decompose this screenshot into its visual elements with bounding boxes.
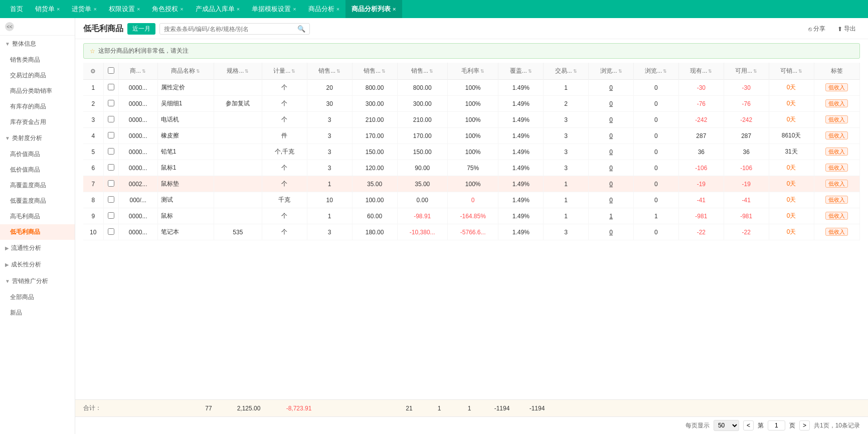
row-browse1[interactable]: 0 [589,160,634,176]
row-browse1[interactable]: 0 [589,224,634,240]
sidebar-item-inventory-capital[interactable]: 库存资金占用 [0,114,75,130]
col-gross-margin[interactable]: 毛利率⇅ [447,63,498,80]
col-sales-amount[interactable]: 销售...⇅ [352,63,397,80]
sidebar-item-low-coverage[interactable]: 低覆盖度商品 [0,193,75,209]
row-browse1[interactable]: 0 [589,96,634,112]
table-row: 9 0000... 鼠标 个 1 60.00 -98.91 -164.85% 1… [83,208,860,224]
row-browse1[interactable]: 1 [589,208,634,224]
close-icon[interactable]: × [93,6,96,12]
col-sellable[interactable]: 可销...⇅ [769,63,814,80]
sidebar-group-dimension-analysis[interactable]: ▼ 类射度分析 [0,130,75,147]
date-filter-button[interactable]: 近一月 [127,23,155,35]
sidebar-item-all-goods[interactable]: 全部商品 [0,290,75,305]
col-unit[interactable]: 计量...⇅ [262,63,307,80]
nav-sales-order[interactable]: 销货单 × [29,0,66,18]
row-sales-qty: 1 [307,208,352,224]
nav-role-auth[interactable]: 角色授权 × [146,0,189,18]
col-current-stock[interactable]: 现有...⇅ [678,63,724,80]
row-gross-margin: -164.85% [447,208,498,224]
close-icon[interactable]: × [393,6,396,12]
sidebar-group-liquidity[interactable]: ▶ 流通性分析 [0,240,75,256]
row-name[interactable]: 笔记本 [157,224,214,240]
export-button[interactable]: ⬆ 导出 [833,23,860,35]
col-browse1[interactable]: 浏览...⇅ [589,63,634,80]
row-name[interactable]: 鼠标1 [157,160,214,176]
row-checkbox[interactable] [103,160,118,176]
sidebar-group-overall[interactable]: ▼ 整体信息 [0,36,75,52]
row-unit: 个 [262,96,307,112]
close-icon[interactable]: × [137,6,140,12]
row-name[interactable]: 电话机 [157,112,214,128]
close-icon[interactable]: × [237,6,240,12]
close-icon[interactable]: × [293,6,296,12]
next-page-button[interactable]: > [799,420,810,430]
row-checkbox[interactable] [103,144,118,160]
col-coverage[interactable]: 覆盖...⇅ [498,63,544,80]
sidebar-item-new-goods[interactable]: 新品 [0,305,75,321]
col-tag[interactable]: 标签 [814,63,859,80]
per-page-select[interactable]: 50 10 20 100 [714,420,739,431]
row-browse1[interactable]: 0 [589,112,634,128]
search-input[interactable] [164,26,297,33]
close-icon[interactable]: × [180,6,183,12]
col-code[interactable]: 商...⇅ [118,63,157,80]
row-checkbox[interactable] [103,208,118,224]
row-browse2: 0 [634,80,679,96]
row-name[interactable]: 鼠标垫 [157,176,214,192]
col-sales-qty[interactable]: 销售...⇅ [307,63,352,80]
page-number-input[interactable] [768,420,785,430]
row-browse1[interactable]: 0 [589,80,634,96]
col-settings[interactable]: ⚙ [83,63,103,80]
sidebar-item-category-sales-rate[interactable]: 商品分类助销率 [0,83,75,99]
row-browse1[interactable]: 0 [589,144,634,160]
sidebar-group-growth[interactable]: ▶ 成长性分析 [0,256,75,273]
sidebar-item-traded-goods[interactable]: 交易过的商品 [0,68,75,83]
sidebar-item-high-margin[interactable]: 高毛利商品 [0,209,75,224]
sidebar-item-sales-goods[interactable]: 销售类商品 [0,52,75,68]
sidebar-item-high-coverage[interactable]: 高覆盖度商品 [0,178,75,193]
sidebar-collapse-button[interactable]: << [5,22,14,31]
nav-product-analysis[interactable]: 商品分析 × [302,0,345,18]
row-name[interactable]: 测试 [157,192,214,208]
sidebar-item-low-value[interactable]: 低价值商品 [0,162,75,178]
select-all-checkbox[interactable] [108,67,114,74]
row-browse1[interactable]: 0 [589,128,634,144]
nav-home[interactable]: 首页 [4,0,29,18]
prev-page-button[interactable]: < [743,420,754,430]
row-checkbox[interactable] [103,176,118,192]
nav-product-inbound[interactable]: 产成品入库单 × [190,0,246,18]
close-icon[interactable]: × [57,6,60,12]
row-checkbox[interactable] [103,112,118,128]
col-browse2[interactable]: 浏览...⇅ [634,63,679,80]
col-sales-profit[interactable]: 销售...⇅ [397,63,447,80]
sidebar-item-low-margin[interactable]: 低毛利商品 [0,224,75,240]
col-name[interactable]: 商品名称⇅ [157,63,214,80]
row-name[interactable]: 属性定价 [157,80,214,96]
row-name[interactable]: 鼠标 [157,208,214,224]
nav-product-analysis-list[interactable]: 商品分析列表 × [345,0,402,18]
row-available: 36 [724,144,769,160]
col-available[interactable]: 可用...⇅ [724,63,769,80]
row-browse1[interactable]: 0 [589,176,634,192]
row-name[interactable]: 铅笔1 [157,144,214,160]
sidebar-group-marketing[interactable]: ▼ 营销推广分析 [0,273,75,290]
table-row: 4 0000... 橡皮擦 件 3 170.00 170.00 100% 1.4… [83,128,860,144]
row-checkbox[interactable] [103,128,118,144]
row-checkbox[interactable] [103,96,118,112]
nav-template-settings[interactable]: 单据模板设置 × [246,0,302,18]
row-checkbox[interactable] [103,80,118,96]
share-button[interactable]: ⎋ 分享 [804,23,829,35]
table-row: 6 0000... 鼠标1 个 3 120.00 90.00 75% 1.49%… [83,160,860,176]
nav-permission-settings[interactable]: 权限设置 × [103,0,146,18]
sidebar-item-high-value[interactable]: 高价值商品 [0,147,75,162]
col-trade-count[interactable]: 交易...⇅ [544,63,589,80]
row-checkbox[interactable] [103,192,118,208]
nav-purchase-order[interactable]: 进货单 × [66,0,102,18]
row-name[interactable]: 吴细细1 [157,96,214,112]
close-icon[interactable]: × [336,6,339,12]
row-browse1[interactable]: 0 [589,192,634,208]
row-name[interactable]: 橡皮擦 [157,128,214,144]
sidebar-item-stocked-goods[interactable]: 有库存的商品 [0,99,75,114]
row-checkbox[interactable] [103,224,118,240]
col-spec[interactable]: 规格...⇅ [214,63,262,80]
